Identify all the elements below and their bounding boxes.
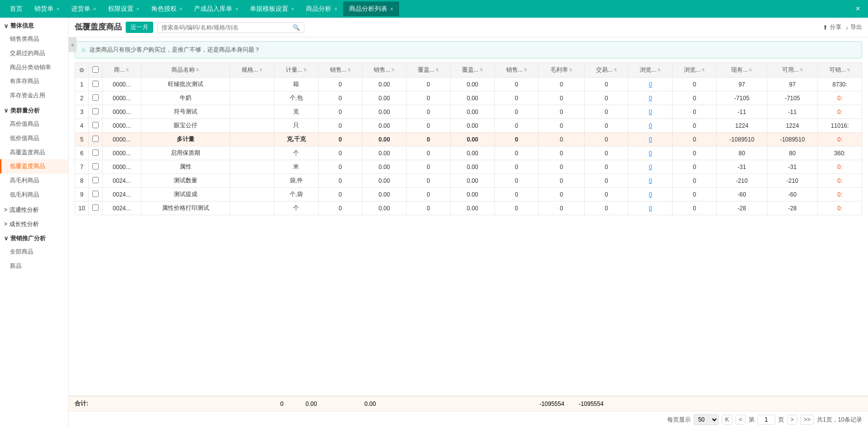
sidebar-collapse-button[interactable]: «: [69, 37, 77, 52]
browse-link[interactable]: 0: [649, 205, 652, 212]
browse-link[interactable]: 0: [649, 109, 652, 115]
row-current-stock: -210: [716, 174, 767, 188]
export-button[interactable]: ↓ 导出: [845, 23, 862, 31]
row-current-stock: 80: [716, 146, 767, 160]
close-icon[interactable]: ×: [291, 6, 294, 12]
nav-tab-purchase[interactable]: 进货单 ×: [65, 1, 102, 16]
sidebar-item-high-margin[interactable]: 高毛利商品: [0, 173, 68, 188]
sidebar-item-low-coverage[interactable]: 低覆盖度商品: [0, 159, 68, 173]
row-gross-margin: 0: [539, 201, 584, 215]
close-icon[interactable]: ×: [56, 6, 59, 12]
last-page-button[interactable]: >>: [800, 415, 814, 425]
search-icon[interactable]: 🔍: [293, 24, 300, 31]
select-all-checkbox[interactable]: [92, 66, 99, 73]
row-trade: 0: [584, 105, 628, 119]
page-number-input[interactable]: [758, 415, 775, 425]
row-unit: 只: [274, 119, 318, 133]
row-name: 属性: [141, 160, 230, 174]
row-current-stock: -28: [716, 201, 767, 215]
row-checkbox-cell: [89, 174, 103, 188]
row-cover1: 0: [407, 133, 451, 146]
sidebar-item-high-value[interactable]: 高价值商品: [0, 117, 68, 131]
sidebar-item-new-products[interactable]: 新品: [0, 259, 68, 273]
row-browse1: 0: [628, 105, 673, 119]
nav-tab-sales[interactable]: 销货单 ×: [28, 1, 65, 16]
th-spec-label: 规格...: [242, 66, 258, 73]
nav-tab-home[interactable]: 首页: [4, 1, 28, 16]
sidebar-item-category-turnover[interactable]: 商品分类动销率: [0, 60, 68, 75]
browse-link[interactable]: 0: [649, 177, 652, 184]
row-checkbox[interactable]: [92, 163, 99, 170]
sidebar-section-overall[interactable]: ∨ 整体信息: [0, 18, 68, 32]
browse-link[interactable]: 0: [649, 136, 652, 143]
nav-tab-analysis-list[interactable]: 商品分析列表 ×: [343, 1, 399, 16]
browse-link[interactable]: 0: [649, 191, 652, 198]
row-checkbox[interactable]: [92, 94, 99, 101]
sidebar-item-high-coverage[interactable]: 高覆盖度商品: [0, 145, 68, 160]
share-button[interactable]: ⬆ 分享: [823, 23, 841, 31]
browse-link[interactable]: 0: [649, 150, 652, 157]
next-page-button[interactable]: >: [787, 415, 797, 425]
sidebar-section-cluster[interactable]: ∨ 类群量分析: [0, 103, 68, 117]
row-checkbox[interactable]: [92, 191, 99, 197]
row-browse2: 0: [673, 119, 717, 133]
sidebar-item-all-products[interactable]: 全部商品: [0, 245, 68, 259]
filter-period-button[interactable]: 近一月: [126, 22, 153, 33]
row-checkbox[interactable]: [92, 204, 99, 211]
sidebar-section-growth[interactable]: > 成长性分析: [0, 216, 68, 230]
close-icon[interactable]: ×: [180, 6, 183, 12]
row-saleable: 360:: [818, 146, 862, 160]
th-checkbox[interactable]: [89, 63, 103, 78]
row-sales-amt: 0.00: [362, 78, 407, 91]
sidebar-item-in-stock[interactable]: 有库存商品: [0, 74, 68, 88]
th-settings[interactable]: ⚙: [75, 63, 89, 78]
sidebar-section-liquidity[interactable]: > 流通性分析: [0, 202, 68, 216]
table-row: 20000...牛奶个,包00.0000.0000000-7105-71050:: [75, 91, 862, 105]
row-checkbox[interactable]: [92, 136, 99, 142]
th-gross-margin: 毛利率⇅: [539, 63, 584, 78]
row-checkbox[interactable]: [92, 81, 99, 87]
nav-tab-template[interactable]: 单据模板设置 ×: [244, 1, 300, 16]
row-checkbox[interactable]: [92, 108, 99, 114]
row-saleable: 0:: [818, 160, 862, 174]
browse-link[interactable]: 0: [649, 164, 652, 171]
row-checkbox[interactable]: [92, 177, 99, 183]
row-number: 8: [75, 174, 89, 188]
close-icon[interactable]: ×: [334, 6, 337, 12]
row-browse2: 0: [673, 160, 717, 174]
nav-tab-permissions[interactable]: 权限设置 ×: [102, 1, 145, 16]
close-icon[interactable]: ×: [136, 6, 139, 12]
close-icon[interactable]: ×: [93, 6, 96, 12]
row-sales3: 0: [494, 201, 539, 215]
close-icon[interactable]: ×: [235, 6, 238, 12]
nav-tab-product-in[interactable]: 产成品入库单 ×: [188, 1, 244, 16]
first-page-button[interactable]: K: [722, 415, 732, 425]
browse-link[interactable]: 0: [649, 81, 652, 88]
sidebar-item-sales-products[interactable]: 销售类商品: [0, 32, 68, 46]
nav-tab-roles[interactable]: 角色授权 ×: [145, 1, 189, 16]
row-cover2: 0.00: [450, 133, 494, 146]
sidebar-item-low-value[interactable]: 低价值商品: [0, 131, 68, 145]
prev-page-button[interactable]: <: [735, 415, 746, 425]
row-cover1: 0: [407, 119, 451, 133]
row-sales-qty: 0: [318, 146, 362, 160]
sidebar-item-stock-capital[interactable]: 库存资金占用: [0, 88, 68, 103]
row-checkbox[interactable]: [92, 149, 99, 156]
browse-link[interactable]: 0: [649, 122, 652, 129]
row-available-stock: -28: [767, 201, 818, 215]
row-sales-amt: 0.00: [362, 146, 407, 160]
th-trade: 交易...⇅: [584, 63, 628, 78]
search-input[interactable]: [162, 24, 293, 31]
sidebar-item-traded-products[interactable]: 交易过的商品: [0, 46, 68, 60]
sidebar-item-low-margin[interactable]: 低毛利商品: [0, 188, 68, 202]
row-checkbox[interactable]: [92, 122, 99, 128]
page-size-select[interactable]: 50 20 100: [694, 414, 719, 425]
window-close-button[interactable]: ×: [852, 4, 864, 13]
close-icon[interactable]: ×: [390, 6, 393, 12]
nav-tab-analysis[interactable]: 商品分析 ×: [300, 1, 343, 16]
sidebar-section-marketing[interactable]: ∨ 营销推广分析: [0, 230, 68, 245]
browse-link[interactable]: 0: [649, 95, 652, 102]
row-sales-qty: 0: [318, 160, 362, 174]
th-available-stock-label: 可用...: [782, 66, 799, 73]
row-cover1: 0: [407, 91, 451, 105]
